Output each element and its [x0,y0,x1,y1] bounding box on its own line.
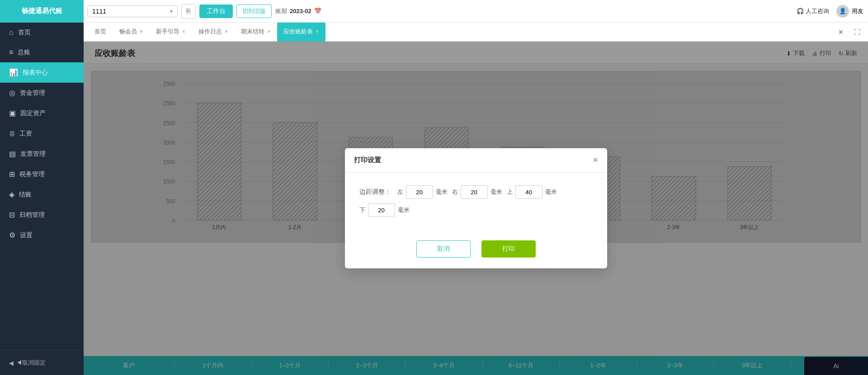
content-area: 首页 畅会员 × 新手引导 × 操作日志 × 期末结转 × 应收账龄表 × [84,23,868,375]
top-unit: 毫米 [545,188,557,196]
sidebar-label-checkout: 结账 [19,191,32,199]
tab-maximize-button[interactable]: ⛶ [851,26,863,38]
bottom-label: 下 [359,206,365,214]
funds-icon: ◎ [9,89,15,97]
user-name: 用友 [852,7,863,15]
sidebar-label-home: 首页 [18,28,31,37]
margin-label: 边距调整： [359,188,391,196]
left-label: 左 [397,188,403,196]
support-link[interactable]: 🎧 人工咨询 [797,7,829,15]
user-avatar: 👤 [836,5,849,18]
tab-oplog-close[interactable]: × [225,28,228,35]
workbench-button[interactable]: 工作台 [199,5,233,18]
sidebar-item-home[interactable]: ⌂ 首页 [0,23,84,42]
sidebar-collapse-button[interactable]: ◀ ◀取消固定 [0,354,84,371]
tab-guide[interactable]: 新手引导 × [150,23,192,42]
top-label: 上 [507,188,513,196]
sidebar-bottom: ◀ ◀取消固定 [0,350,84,375]
sidebar: ⌂ 首页 ≡ 总账 📊 报表中心 ◎ 资金管理 ▣ 固定资产 ≣ 工资 [0,23,84,375]
dropdown-icon: ▾ [170,8,173,14]
margin-row: 边距调整： 左 毫米 右 毫米 [359,185,593,217]
modal-header: 打印设置 × [345,148,607,173]
margin-bottom-group: 下 毫米 [359,203,410,217]
sidebar-label-assets: 固定资产 [20,109,46,117]
tax-icon: ⊞ [9,170,15,178]
sidebar-item-funds[interactable]: ◎ 资金管理 [0,83,84,103]
tab-guide-close[interactable]: × [182,28,185,35]
sidebar-label-invoice: 发票管理 [20,150,46,158]
sidebar-item-salary[interactable]: ≣ 工资 [0,123,84,144]
support-label: 人工咨询 [806,7,829,15]
margin-top-group: 上 毫米 [507,185,557,199]
sidebar-item-settings[interactable]: ⚙ 设置 [0,225,84,245]
switch-old-button[interactable]: 切到旧版 [236,5,272,18]
margin-left-group: 左 毫米 [397,185,448,199]
sidebar-item-reports[interactable]: 📊 报表中心 [0,62,84,83]
period-value: 2023-02 [290,8,311,14]
sidebar-label-archive: 归档管理 [19,211,45,219]
settings-icon: ⚙ [9,231,15,239]
tab-controls: ✕ ⛶ [835,26,863,38]
tab-ar-aging-label: 应收账龄表 [283,28,313,36]
copy-button[interactable]: ⎘ [181,4,196,19]
copy-icon: ⎘ [186,7,191,15]
tab-oplog[interactable]: 操作日志 × [192,23,235,42]
tab-vip-close[interactable]: × [140,28,143,35]
tab-home[interactable]: 首页 [88,23,113,42]
user-area[interactable]: 👤 用友 [836,5,863,18]
collapse-icon: ◀ [9,360,14,366]
tab-home-label: 首页 [94,28,106,36]
calendar-icon[interactable]: 📅 [314,8,321,14]
bottom-input[interactable] [368,203,395,217]
assets-icon: ▣ [9,109,16,117]
logo-text: 畅捷通易代账 [22,7,62,15]
right-input[interactable] [461,185,488,199]
sidebar-item-assets[interactable]: ▣ 固定资产 [0,103,84,123]
sidebar-label-settings: 设置 [20,231,33,239]
sidebar-label-funds: 资金管理 [20,89,45,97]
sidebar-item-tax[interactable]: ⊞ 税务管理 [0,164,84,184]
modal-overlay: 打印设置 × 边距调整： 左 毫米 右 [84,42,868,375]
cancel-button[interactable]: 取消 [416,240,471,258]
salary-icon: ≣ [9,129,15,138]
print-dialog: 打印设置 × 边距调整： 左 毫米 右 [345,148,607,268]
sidebar-item-invoice[interactable]: ▤ 发票管理 [0,144,84,164]
sidebar-item-ledger[interactable]: ≡ 总账 [0,42,84,62]
left-input[interactable] [406,185,433,199]
modal-title: 打印设置 [354,156,381,164]
tab-vip[interactable]: 畅会员 × [113,23,150,42]
checkout-icon: ◈ [9,190,14,199]
tab-period-end-close[interactable]: × [267,28,270,35]
tab-bar: 首页 畅会员 × 新手引导 × 操作日志 × 期末结转 × 应收账龄表 × [84,23,868,42]
logo-area: 畅捷通易代账 [0,0,84,23]
archive-icon: ⊟ [9,211,15,219]
sidebar-scroll: ⌂ 首页 ≡ 总账 📊 报表中心 ◎ 资金管理 ▣ 固定资产 ≣ 工资 [0,23,84,350]
home-icon: ⌂ [9,28,14,37]
sidebar-label-tax: 税务管理 [19,170,45,178]
period-label: 账期 [275,7,287,15]
tab-ar-aging[interactable]: 应收账龄表 × [277,23,326,42]
sidebar-item-archive[interactable]: ⊟ 归档管理 [0,205,84,225]
print-confirm-button[interactable]: 打印 [481,240,536,258]
sidebar-label-salary: 工资 [19,130,32,138]
right-label: 右 [452,188,458,196]
tab-period-end-label: 期末结转 [241,28,264,36]
page-content: 应收账龄表 ⬇ 下载 🖨 打印 ↻ 刷新 [84,42,868,375]
collapse-label: ◀取消固定 [16,359,46,367]
right-unit: 毫米 [491,188,502,196]
top-input[interactable] [515,185,542,199]
margin-right-group: 右 毫米 [452,185,502,199]
period-area: 账期 2023-02 📅 [275,7,321,15]
modal-body: 边距调整： 左 毫米 右 毫米 [345,173,607,233]
sidebar-label-reports: 报表中心 [23,69,48,77]
bottom-unit: 毫米 [398,206,410,214]
invoice-icon: ▤ [9,150,16,158]
company-selector[interactable]: 1111 ▾ [87,5,178,17]
tab-close-all-button[interactable]: ✕ [835,26,847,38]
sidebar-label-ledger: 总账 [18,48,30,56]
top-header: 畅捷通易代账 1111 ▾ ⎘ 工作台 切到旧版 账期 2023-02 📅 🎧 … [0,0,868,23]
sidebar-item-checkout[interactable]: ◈ 结账 [0,184,84,205]
modal-close-button[interactable]: × [593,155,598,165]
tab-period-end[interactable]: 期末结转 × [235,23,277,42]
tab-ar-aging-close[interactable]: × [316,28,319,35]
